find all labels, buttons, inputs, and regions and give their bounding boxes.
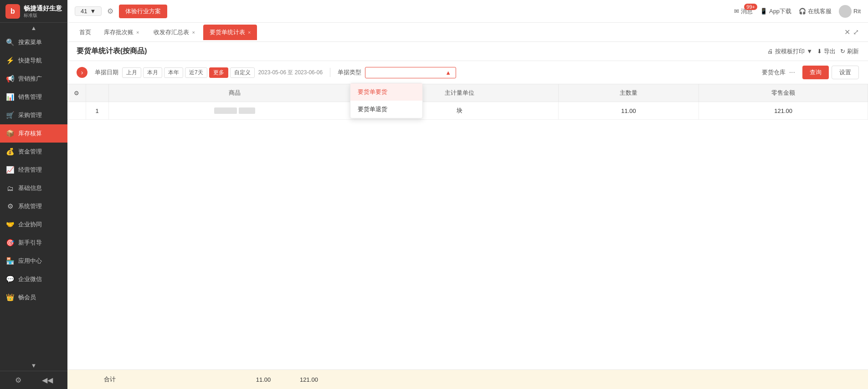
page-actions: 🖨 按模板打印 ▼ ⬇ 导出 ↻ 刷新 xyxy=(767,47,859,56)
scroll-down-btn[interactable]: ▼ xyxy=(0,360,67,371)
nav-label-membership: 畅会员 xyxy=(18,293,62,302)
nav-label-wechat: 企业微信 xyxy=(18,275,62,283)
refresh-btn[interactable]: ↻ 刷新 xyxy=(840,47,859,56)
sidebar-item-marketing[interactable]: 📢 营销推广 xyxy=(0,70,67,88)
nav-icon-purchase: 🛒 xyxy=(5,111,15,120)
custom-date-btn[interactable]: 自定义 xyxy=(230,67,255,78)
nav-icon-cooperation: 🤝 xyxy=(5,220,15,229)
date-filter-group: 单据日期 上月 本月 本年 近7天 更多 自定义 2023-05-06 至 20… xyxy=(95,67,323,78)
col-header-product: 商品 xyxy=(108,84,361,102)
table-footer: 合计 11.00 121.00 xyxy=(67,369,868,389)
warehouse-filter-group: 要货仓库 ··· xyxy=(762,68,795,77)
header-settings-icon[interactable]: ⚙ xyxy=(107,7,113,15)
tab-label-inventory-batch: 库存批次账 xyxy=(104,28,134,36)
sidebar-item-operations[interactable]: 📈 经营管理 xyxy=(0,161,67,179)
page-content: 要货单统计表(按商品) 🖨 按模板打印 ▼ ⬇ 导出 ↻ 刷新 › xyxy=(67,42,868,389)
tab-inventory-batch[interactable]: 库存批次账× xyxy=(98,25,145,40)
type-select[interactable]: ▲ xyxy=(365,67,456,78)
print-btn[interactable]: 🖨 按模板打印 ▼ xyxy=(767,47,812,56)
this-year-btn[interactable]: 本年 xyxy=(164,67,183,78)
tab-close-inventory-batch[interactable]: × xyxy=(136,30,139,35)
nav-icon-operations: 📈 xyxy=(5,165,15,174)
nav-label-base: 基础信息 xyxy=(18,184,62,192)
tab-close-receivable-summary[interactable]: × xyxy=(192,30,195,35)
sidebar-item-cooperation[interactable]: 🤝 企业协同 xyxy=(0,215,67,234)
dropdown-item-requisition-return[interactable]: 要货单退货 xyxy=(350,101,422,118)
app-version: 标准版 xyxy=(24,12,62,18)
col-header-settings[interactable]: ⚙ xyxy=(67,84,86,102)
nav-label-search: 搜索菜单 xyxy=(18,38,62,46)
query-btn[interactable]: 查询 xyxy=(802,66,829,79)
nav-label-appstore: 应用中心 xyxy=(18,257,62,265)
row-product-0 xyxy=(108,102,361,120)
last-7days-btn[interactable]: 近7天 xyxy=(185,67,207,78)
nav-icon-marketing: 📢 xyxy=(5,74,15,83)
sidebar-item-wechat[interactable]: 💬 企业微信 xyxy=(0,270,67,288)
sidebar-item-appstore[interactable]: 🏪 应用中心 xyxy=(0,252,67,270)
sidebar-item-inventory[interactable]: 📦 库存核算 xyxy=(0,124,67,143)
sidebar-item-membership[interactable]: 👑 畅会员 xyxy=(0,288,67,307)
more-dates-btn[interactable]: 更多 xyxy=(209,67,228,78)
tab-label-requisition-stats: 要货单统计表 xyxy=(210,28,245,36)
user-name: Rit xyxy=(853,8,861,15)
industry-btn[interactable]: 体验行业方案 xyxy=(119,5,167,18)
col-header-quantity: 主数量 xyxy=(558,84,699,102)
close-tab-btn[interactable]: ✕ xyxy=(844,28,850,36)
table-container: ⚙ 商品 主计量单位 主数量 零售金额 1 xyxy=(67,84,868,369)
tab-requisition-stats[interactable]: 要货单统计表× xyxy=(203,25,257,40)
maximize-btn[interactable]: ⤢ xyxy=(853,28,859,36)
sidebar-item-guide[interactable]: 🎯 新手引导 xyxy=(0,234,67,252)
app-download-btn[interactable]: 📱 App下载 xyxy=(760,7,791,15)
nav-icon-search: 🔍 xyxy=(5,38,15,47)
last-month-btn[interactable]: 上月 xyxy=(122,67,141,78)
online-service-btn[interactable]: 🎧 在线客服 xyxy=(799,7,832,15)
user-avatar[interactable]: Rit xyxy=(839,5,861,18)
tab-close-requisition-stats[interactable]: × xyxy=(248,30,251,35)
expand-filter-btn[interactable]: › xyxy=(77,67,87,78)
sidebar-item-base[interactable]: 🗂 基础信息 xyxy=(0,179,67,197)
nav-label-marketing: 营销推广 xyxy=(18,75,62,83)
nav-icon-sales: 📊 xyxy=(5,92,15,102)
sidebar-item-shortcut[interactable]: ⚡ 快捷导航 xyxy=(0,51,67,70)
sidebar-item-finance[interactable]: 💰 资金管理 xyxy=(0,143,67,161)
warehouse-more-icon[interactable]: ··· xyxy=(789,68,795,77)
tab-home[interactable]: 首页 xyxy=(75,25,96,40)
page-title: 要货单统计表(按商品) xyxy=(77,46,147,56)
footer-total-amount: 121.00 xyxy=(286,376,332,383)
data-table: ⚙ 商品 主计量单位 主数量 零售金额 1 xyxy=(67,84,868,120)
sidebar-item-purchase[interactable]: 🛒 采购管理 xyxy=(0,106,67,124)
settings-icon[interactable]: ⚙ xyxy=(15,376,21,384)
nav-icon-membership: 👑 xyxy=(5,293,15,302)
app-name: 畅捷通好生意 xyxy=(24,4,62,12)
sidebar: b 畅捷通好生意 标准版 ▲ 🔍 搜索菜单 ⚡ 快捷导航 📢 营销推广 📊 销售… xyxy=(0,0,67,389)
export-btn[interactable]: ⬇ 导出 xyxy=(817,47,836,56)
sidebar-nav: 🔍 搜索菜单 ⚡ 快捷导航 📢 营销推广 📊 销售管理 🛒 采购管理 📦 库存核… xyxy=(0,33,67,360)
filter-divider xyxy=(330,68,330,77)
tab-count: 41 ▼ xyxy=(75,6,102,16)
sidebar-item-search[interactable]: 🔍 搜索菜单 xyxy=(0,33,67,51)
tab-label-receivable-summary: 收发存汇总表 xyxy=(154,28,189,36)
date-quick-btns: 上月 本月 本年 近7天 更多 自定义 xyxy=(122,67,255,78)
nav-label-shortcut: 快捷导航 xyxy=(18,56,62,65)
filter-row: › 单据日期 上月 本月 本年 近7天 更多 自定义 2023-05-06 至 … xyxy=(67,61,868,84)
tab-receivable-summary[interactable]: 收发存汇总表× xyxy=(147,25,201,40)
row-num-0: 1 xyxy=(86,102,108,120)
collapse-icon[interactable]: ◀◀ xyxy=(42,376,53,384)
settings-row-btn[interactable]: 设置 xyxy=(832,66,859,79)
nav-icon-finance: 💰 xyxy=(5,147,15,156)
sidebar-item-system[interactable]: ⚙ 系统管理 xyxy=(0,197,67,215)
nav-label-guide: 新手引导 xyxy=(18,239,62,247)
message-btn[interactable]: ✉ 消息 99+ xyxy=(734,7,753,15)
chevron-up-icon: ▲ xyxy=(445,69,451,76)
sidebar-item-sales[interactable]: 📊 销售管理 xyxy=(0,88,67,106)
nav-label-system: 系统管理 xyxy=(18,202,62,210)
this-month-btn[interactable]: 本月 xyxy=(143,67,162,78)
dropdown-item-requisition-order[interactable]: 要货单要货 xyxy=(350,83,422,101)
tab-label-home: 首页 xyxy=(79,28,91,36)
type-filter-label: 单据类型 xyxy=(338,68,361,77)
row-settings-0[interactable] xyxy=(67,102,86,120)
sidebar-bottom: ⚙ ◀◀ xyxy=(0,371,67,389)
nav-icon-system: ⚙ xyxy=(5,202,15,211)
date-range-text: 2023-05-06 至 2023-06-06 xyxy=(258,69,323,77)
scroll-up-btn[interactable]: ▲ xyxy=(0,23,67,33)
